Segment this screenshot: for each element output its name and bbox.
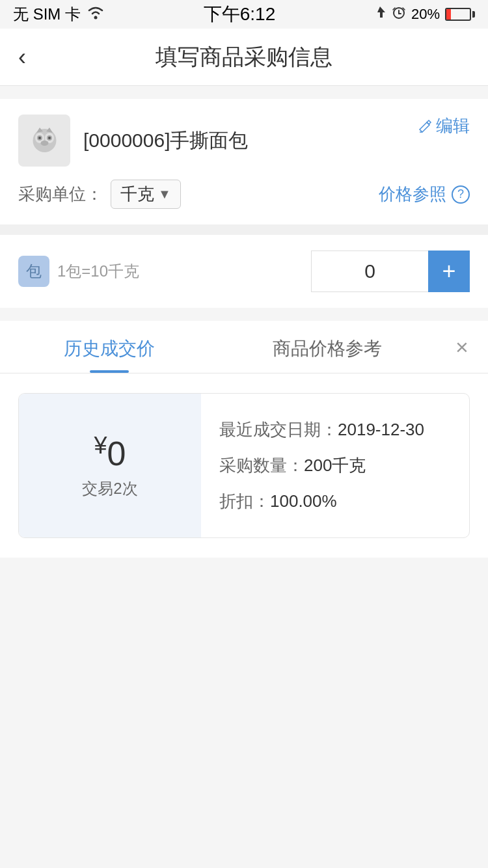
purchase-qty-label: 采购数量：	[219, 455, 304, 475]
unit-select[interactable]: 千克 ▼	[111, 180, 181, 209]
quantity-label: 包 1包=10千克	[18, 256, 139, 287]
product-card: [0000006]手撕面包 编辑 采购单位： 千克 ▼ 价格参照 ?	[0, 99, 488, 224]
quantity-input-group: +	[311, 251, 470, 292]
tab-active-indicator	[90, 370, 129, 373]
quantity-plus-button[interactable]: +	[428, 251, 470, 292]
transaction-details: 最近成交日期：2019-12-30 采购数量：200千克 折扣：100.00%	[201, 394, 469, 537]
quantity-row: 包 1包=10千克 +	[0, 235, 488, 308]
edit-button[interactable]: 编辑	[418, 115, 470, 137]
recent-date-value: 2019-12-30	[338, 420, 424, 439]
discount-label: 折扣：	[219, 491, 270, 511]
svg-point-0	[94, 16, 98, 20]
plus-icon: +	[442, 258, 455, 285]
owl-icon	[27, 120, 62, 161]
unit-conversion: 1包=10千克	[57, 261, 139, 282]
tab-history-label: 历史成交价	[64, 336, 155, 361]
product-meta: 采购单位： 千克 ▼ 价格参照 ?	[18, 180, 470, 209]
battery-icon	[445, 8, 475, 21]
purchase-qty-row: 采购数量：200千克	[219, 453, 451, 478]
svg-point-11	[38, 137, 41, 139]
transaction-card: ¥0 交易2次 最近成交日期：2019-12-30 采购数量：200千克 折扣：…	[18, 393, 470, 538]
discount-value: 100.00%	[270, 491, 337, 511]
edit-icon	[418, 119, 432, 133]
product-name: [0000006]手撕面包	[83, 128, 248, 154]
svg-point-13	[40, 141, 48, 146]
price-value: 0	[107, 435, 126, 472]
page-title: 填写商品采购信息	[156, 42, 332, 72]
product-header: [0000006]手撕面包 编辑	[18, 115, 470, 167]
svg-point-12	[48, 137, 51, 139]
product-left: [0000006]手撕面包	[18, 115, 248, 167]
back-button[interactable]: ‹	[18, 44, 26, 71]
purchase-qty-value: 200千克	[304, 455, 366, 475]
dropdown-arrow-icon: ▼	[158, 187, 171, 202]
quantity-input[interactable]	[311, 251, 428, 292]
battery-percent: 20%	[411, 6, 440, 23]
unit-value: 千克	[120, 183, 154, 206]
help-icon: ?	[452, 185, 470, 204]
transaction-summary: ¥0 交易2次	[19, 394, 201, 537]
recent-date-row: 最近成交日期：2019-12-30	[219, 417, 451, 442]
location-icon	[373, 6, 386, 23]
tab-priceref-label: 商品价格参考	[273, 336, 382, 361]
currency-symbol: ¥	[94, 432, 107, 459]
tab-price-ref[interactable]: 商品价格参考	[218, 321, 436, 373]
tab-history-price[interactable]: 历史成交价	[0, 321, 218, 373]
product-thumbnail	[18, 115, 70, 167]
close-icon: ×	[455, 334, 468, 360]
wifi-icon	[86, 5, 105, 23]
status-carrier: 无 SIM 卡	[13, 4, 105, 25]
price-ref-label: 价格参照	[379, 183, 446, 206]
status-bar: 无 SIM 卡 下午6:12 20%	[0, 0, 488, 29]
status-icons: 20%	[373, 5, 475, 23]
carrier-text: 无 SIM 卡	[13, 4, 81, 25]
tabs-section: 历史成交价 商品价格参考 × ¥0 交易2次 最近成交日期：2019-12-30	[0, 321, 488, 558]
edit-label: 编辑	[436, 115, 470, 137]
purchase-unit-label: 采购单位：	[18, 183, 103, 206]
status-time: 下午6:12	[204, 2, 276, 27]
transaction-count: 交易2次	[82, 478, 137, 499]
purchase-unit: 采购单位： 千克 ▼	[18, 180, 181, 209]
nav-bar: ‹ 填写商品采购信息	[0, 29, 488, 86]
tabs-header: 历史成交价 商品价格参考 ×	[0, 321, 488, 373]
alarm-icon	[392, 5, 406, 23]
tab-content: ¥0 交易2次 最近成交日期：2019-12-30 采购数量：200千克 折扣：…	[0, 373, 488, 558]
price-ref-button[interactable]: 价格参照 ?	[379, 183, 470, 206]
unit-badge: 包	[18, 256, 49, 287]
section-divider	[0, 224, 488, 235]
transaction-price: ¥0	[94, 432, 126, 473]
recent-date-label: 最近成交日期：	[219, 420, 338, 439]
discount-row: 折扣：100.00%	[219, 489, 451, 514]
tab-close-button[interactable]: ×	[436, 334, 488, 360]
